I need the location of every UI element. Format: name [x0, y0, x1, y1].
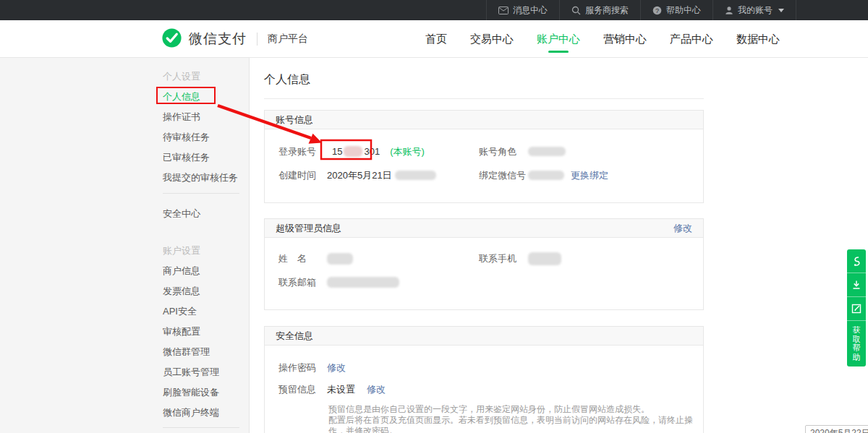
reserve-info-label: 预留信息	[278, 383, 327, 396]
edit-icon	[851, 304, 861, 314]
bound-wechat-label: 绑定微信号	[479, 169, 528, 182]
title-divider	[264, 98, 704, 99]
sidebar-item-wechat-group[interactable]: 微信群管理	[163, 342, 249, 362]
get-help-label: 获取帮助	[852, 325, 861, 361]
search-icon	[571, 6, 581, 15]
account-info-panel: 账号信息 登录账号 15 301 (本账号) 账号角色	[264, 110, 704, 203]
account-role-label: 账号角色	[479, 145, 528, 158]
sidebar-item-personal-info[interactable]: 个人信息	[163, 87, 249, 107]
app-header: 微信支付 商户平台 首页 交易中心 账户中心 营销中心 产品中心 数据中心	[0, 20, 868, 58]
date-picker-chip[interactable]: 2020年5月22日	[805, 425, 868, 433]
admin-name-label: 姓 名	[278, 252, 327, 265]
topbar-account-label: 我的账号	[738, 4, 773, 17]
sidebar-divider	[163, 193, 239, 194]
nav-marketing-center[interactable]: 营销中心	[603, 20, 647, 57]
created-time-label: 创建时间	[278, 169, 327, 182]
sidebar-item-merchant-info[interactable]: 商户信息	[163, 261, 249, 281]
contact-email-label: 联系邮箱	[278, 276, 327, 289]
admin-modify-link[interactable]: 修改	[673, 219, 692, 238]
change-binding-link[interactable]: 更换绑定	[571, 169, 608, 182]
nav-transaction-center[interactable]: 交易中心	[470, 20, 514, 57]
portal-name: 商户平台	[268, 33, 308, 46]
mini-program-button[interactable]	[847, 249, 866, 273]
svg-text:?: ?	[655, 7, 659, 14]
sidebar-item-reviewed[interactable]: 已审核任务	[163, 147, 249, 168]
download-button[interactable]	[847, 273, 866, 297]
redacted-admin-name	[327, 253, 353, 265]
sidebar-item-operation-cert[interactable]: 操作证书	[163, 107, 249, 127]
sidebar-group-personal-settings: 个人设置	[163, 67, 249, 87]
download-icon	[851, 280, 861, 290]
user-icon	[725, 6, 733, 15]
sidebar: 个人设置 个人信息 操作证书 待审核任务 已审核任务 我提交的审核任务 安全中心…	[0, 58, 250, 433]
contact-phone-label: 联系手机	[479, 252, 528, 265]
topbar-search-label: 服务商搜索	[585, 4, 629, 17]
redacted-contact-phone	[528, 252, 561, 265]
sidebar-item-merchant-terminal[interactable]: 微信商户终端	[163, 403, 249, 423]
topbar-help-label: 帮助中心	[666, 4, 701, 17]
sidebar-item-face-devices[interactable]: 刷脸智能设备	[163, 382, 249, 403]
topbar-message-center[interactable]: 消息中心	[486, 0, 559, 20]
operation-password-label: 操作密码	[278, 361, 327, 374]
reserve-info-value: 未设置	[327, 383, 355, 396]
reserve-modify-link[interactable]: 修改	[367, 383, 386, 396]
chevron-down-icon	[778, 9, 784, 12]
sidebar-item-api-security[interactable]: API安全	[163, 301, 249, 322]
security-panel-title: 安全信息	[276, 327, 313, 346]
main-content: 个人信息 账号信息 登录账号 15 301 (本账号)	[250, 58, 868, 433]
reserve-info-description: 预留信息是由你自己设置的一段文字，用来鉴定网站身份，防止假冒网站造成损失。 配置…	[328, 404, 703, 433]
login-account-suffix: 301	[364, 146, 380, 157]
nav-data-center[interactable]: 数据中心	[736, 20, 780, 57]
brand-block[interactable]: 微信支付 商户平台	[161, 20, 308, 57]
topbar-my-account[interactable]: 我的账号	[712, 0, 796, 20]
topbar-message-label: 消息中心	[513, 4, 548, 17]
get-help-button[interactable]: 获取帮助	[847, 321, 866, 366]
created-time-value: 2020年5月21日	[327, 169, 392, 182]
sidebar-item-invoice-info[interactable]: 发票信息	[163, 281, 249, 301]
redacted-created-time	[395, 171, 436, 180]
sidebar-item-staff-accounts[interactable]: 员工账号管理	[163, 362, 249, 382]
security-info-panel: 安全信息 操作密码 修改 预留信息 未设置 修改 预留	[264, 326, 704, 433]
feedback-button[interactable]	[847, 297, 866, 321]
sidebar-divider	[163, 427, 239, 428]
super-admin-panel: 超级管理员信息 修改 姓 名 联系手机 联系邮箱	[264, 218, 704, 310]
sidebar-item-review-config[interactable]: 审核配置	[163, 322, 249, 342]
help-icon: ?	[652, 6, 662, 15]
brand-divider	[257, 33, 258, 46]
login-account-prefix: 15	[332, 146, 342, 157]
floating-help-widget: 获取帮助	[847, 249, 866, 366]
login-account-label: 登录账号	[278, 145, 327, 158]
redacted-account-role	[528, 147, 566, 156]
page-title: 个人信息	[264, 72, 704, 87]
sidebar-item-pending-review[interactable]: 待审核任务	[163, 127, 249, 147]
top-utility-bar: 消息中心 服务商搜索 ? 帮助中心 我的账号	[0, 0, 868, 20]
redacted-wechat-id	[528, 171, 564, 180]
wechat-pay-logo	[161, 27, 183, 50]
brand-name: 微信支付	[189, 30, 247, 48]
redacted-login-middle	[344, 146, 362, 157]
main-nav: 首页 交易中心 账户中心 营销中心 产品中心 数据中心	[425, 20, 780, 57]
topbar-help-center[interactable]: ? 帮助中心	[640, 0, 712, 20]
admin-panel-title: 超级管理员信息	[276, 219, 341, 238]
nav-product-center[interactable]: 产品中心	[670, 20, 713, 57]
password-modify-link[interactable]: 修改	[327, 361, 346, 374]
description-line: 配置后将在首页及充值页面显示。若未看到预留信息，表明当前访问的网站存在风险，请终…	[328, 415, 703, 433]
mail-icon	[498, 7, 509, 14]
topbar-service-search[interactable]: 服务商搜索	[559, 0, 640, 20]
sidebar-item-security-center[interactable]: 安全中心	[163, 204, 249, 224]
nav-home[interactable]: 首页	[425, 20, 447, 57]
nav-account-center[interactable]: 账户中心	[537, 20, 580, 57]
sidebar-spacer	[163, 224, 249, 241]
sidebar-item-my-submitted-review[interactable]: 我提交的审核任务	[163, 168, 249, 188]
account-panel-title: 账号信息	[276, 111, 313, 129]
mini-program-icon	[851, 256, 861, 267]
login-account-value: 15 301	[327, 144, 385, 159]
current-account-tag: (本账号)	[390, 145, 425, 158]
redacted-contact-email	[327, 277, 399, 288]
description-line: 预留信息是由你自己设置的一段文字，用来鉴定网站身份，防止假冒网站造成损失。	[328, 404, 703, 415]
sidebar-group-account-settings: 账户设置	[163, 241, 249, 261]
